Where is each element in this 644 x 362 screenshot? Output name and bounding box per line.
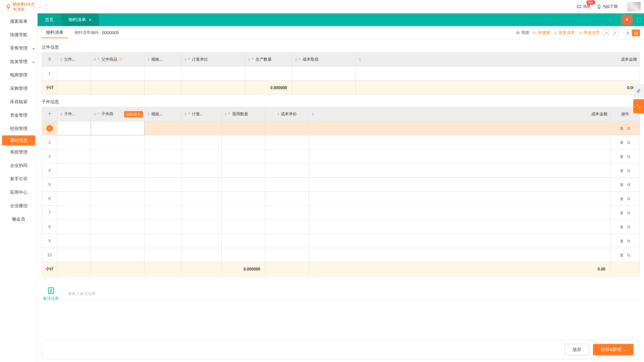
row-delete-button[interactable]: 🗑 <box>620 126 624 131</box>
col-parent-unit[interactable]: ▲▼*计量单位 <box>181 53 245 67</box>
sidebar-item-quick-nav[interactable]: 快捷导航 <box>0 28 37 42</box>
row-delete-button[interactable]: 🗑 <box>620 239 624 243</box>
tabs-close-button[interactable]: ✕ <box>621 15 633 25</box>
row-delete-button[interactable]: 🗑 <box>620 225 624 229</box>
remarks-label: 备注信息 <box>43 296 59 301</box>
col-parent-cost-amount[interactable]: ▲▼成本金额 <box>356 53 640 67</box>
child-row[interactable]: +🗑⧉ <box>42 121 640 135</box>
child-row[interactable]: 9🗑⧉ <box>42 234 640 248</box>
child-row[interactable]: 5🗑⧉ <box>42 178 640 192</box>
sidebar-item-funds[interactable]: 资金管理 <box>0 109 37 122</box>
child-row[interactable]: 8🗑⧉ <box>42 220 640 234</box>
subtotal-label: 小计 <box>42 81 57 95</box>
col-child-unit[interactable]: ▲▼*计量... <box>181 107 222 121</box>
row-delete-button[interactable]: 🗑 <box>620 196 624 201</box>
col-parent-cost-src[interactable]: ▲▼*成本取值 <box>292 53 356 67</box>
save-and-new-button[interactable]: 保存&新增⌄ <box>593 344 634 355</box>
toolbar-doc-setting[interactable]: 单据设置 <box>578 30 600 36</box>
row-copy-button[interactable]: ⧉ <box>627 210 630 215</box>
row-index: 9 <box>42 234 57 248</box>
sidebar-item-onboarding[interactable]: 新手引导 <box>0 172 37 186</box>
sidebar-item-collab[interactable]: 企业协同 <box>0 159 37 172</box>
pager-prev[interactable]: ◀ <box>603 30 609 36</box>
sidebar-item-wechat-work[interactable]: 企业微信 <box>0 199 37 213</box>
sidebar-item-wholesale[interactable]: 批发管理▸ <box>0 55 37 68</box>
col-child-amount[interactable]: ▲▼成本金额 <box>309 107 610 121</box>
row-copy-button[interactable]: ⧉ <box>627 182 630 187</box>
col-parent-spec[interactable]: ▲▼规格... <box>145 53 181 67</box>
row-delete-button[interactable]: 🗑 <box>620 154 624 159</box>
remarks-input[interactable] <box>66 287 640 301</box>
app-download-button[interactable]: App下载 <box>597 4 618 9</box>
row-copy-button[interactable]: ⧉ <box>627 239 630 243</box>
child-row[interactable]: 6🗑⧉ <box>42 192 640 206</box>
toolbar-video[interactable]: 视频 <box>516 30 529 36</box>
view-form-button[interactable]: ▤ <box>632 29 640 36</box>
sidebar-item-ecommerce[interactable]: 电商管理 <box>0 68 37 82</box>
child-subtotal-amount: 0.00 <box>309 262 610 276</box>
row-index: 7 <box>42 206 57 220</box>
row-copy-button[interactable]: ⧉ <box>627 253 630 257</box>
col-child-qty[interactable]: ▲▼*需用数量 <box>222 107 265 121</box>
col-child-code[interactable]: ▲▼子件... <box>57 107 91 121</box>
messages-button[interactable]: 消息 99+ <box>577 4 591 9</box>
discard-button[interactable]: 放弃 <box>565 344 589 355</box>
row-copy-button[interactable]: ⧉ <box>627 126 630 131</box>
row-delete-button[interactable]: 🗑 <box>620 253 624 257</box>
row-delete-button[interactable]: 🗑 <box>620 140 624 145</box>
sidebar-item-member[interactable]: 畅会员 <box>0 213 37 226</box>
scan-input-badge[interactable]: 扫码录入 <box>124 111 143 117</box>
row-delete-button[interactable]: 🗑 <box>620 182 624 187</box>
col-child-price[interactable]: ▲▼成本单价 <box>265 107 309 121</box>
row-copy-button[interactable]: ⧉ <box>627 140 630 145</box>
sidebar-item-base-info[interactable]: 基础信息 <box>2 135 35 145</box>
row-delete-button[interactable]: 🗑 <box>620 210 624 215</box>
add-row-button[interactable]: + <box>46 125 53 132</box>
row-copy-button[interactable]: ⧉ <box>627 225 630 229</box>
col-parent-product[interactable]: ▲▼*父件商品ⓘ <box>91 53 145 67</box>
view-list-button[interactable]: ≣ <box>624 29 632 36</box>
column-settings[interactable] <box>42 53 57 67</box>
toolbar-shortcut[interactable]: 快捷键 <box>533 30 550 36</box>
help-icon[interactable]: ⓘ <box>119 57 122 62</box>
row-copy-button[interactable]: ⧉ <box>627 196 630 201</box>
sidebar: 搜索菜单 快捷导航 零售管理▸ 批发管理▸ 电商管理 采购管理 库存核算 资金管… <box>0 13 38 362</box>
tab-bom[interactable]: 物料清单 ✕ <box>61 13 99 26</box>
tabs-expand-button[interactable]: ⛶ <box>634 15 644 25</box>
col-parent-code[interactable]: ▲▼父件... <box>57 53 91 67</box>
sidebar-item-system[interactable]: 系统管理 <box>0 145 37 159</box>
sidebar-item-retail[interactable]: 零售管理▸ <box>0 42 37 55</box>
sidebar-item-inventory[interactable]: 库存核算 <box>0 95 37 109</box>
user-avatar[interactable] <box>627 2 641 11</box>
sub-tab-bom[interactable]: 物料清单 <box>42 27 68 38</box>
parent-table: ▲▼父件... ▲▼*父件商品ⓘ ▲▼规格... ▲▼*计量单位 ▲▼*生产数量… <box>42 52 640 95</box>
sidebar-item-operations[interactable]: 经营管理 <box>0 122 37 135</box>
pager-next[interactable]: ▶ <box>612 30 619 36</box>
sidebar-item-purchase[interactable]: 采购管理 <box>0 82 37 95</box>
row-delete-button[interactable]: 🗑 <box>620 168 624 173</box>
floating-tools <box>633 84 644 115</box>
child-row[interactable]: 3🗑⧉ <box>42 149 640 164</box>
col-child-spec[interactable]: ▲▼规格... <box>145 107 181 121</box>
child-row[interactable]: 2🗑⧉ <box>42 135 640 149</box>
org-switcher[interactable]: ⌄ <box>38 4 42 9</box>
child-row[interactable]: 7🗑⧉ <box>42 206 640 220</box>
toolbar-extract-cost[interactable]: 提取成本 <box>553 30 575 36</box>
child-row[interactable]: 4🗑⧉ <box>42 164 640 178</box>
col-child-product[interactable]: ▲▼*子件商扫码录入 <box>91 107 145 121</box>
row-copy-button[interactable]: ⧉ <box>627 168 630 173</box>
child-row[interactable]: 10🗑⧉ <box>42 248 640 262</box>
row-index: 10 <box>42 248 57 262</box>
row-copy-button[interactable]: ⧉ <box>627 154 630 159</box>
tab-close-icon[interactable]: ✕ <box>89 18 92 22</box>
keyboard-icon <box>533 31 537 35</box>
parent-subtotal-amount: 0.00 <box>356 81 640 95</box>
tab-home[interactable]: 首页 <box>38 13 61 26</box>
float-expand-button[interactable] <box>633 99 644 113</box>
col-parent-qty[interactable]: ▲▼*生产数量 <box>245 53 292 67</box>
sidebar-item-search-menu[interactable]: 搜索菜单 <box>0 15 37 28</box>
float-attach-button[interactable] <box>633 84 644 98</box>
column-settings[interactable] <box>42 107 57 121</box>
sidebar-item-app-center[interactable]: 应用中心 <box>0 186 37 199</box>
parent-row[interactable]: 1 <box>42 67 640 81</box>
